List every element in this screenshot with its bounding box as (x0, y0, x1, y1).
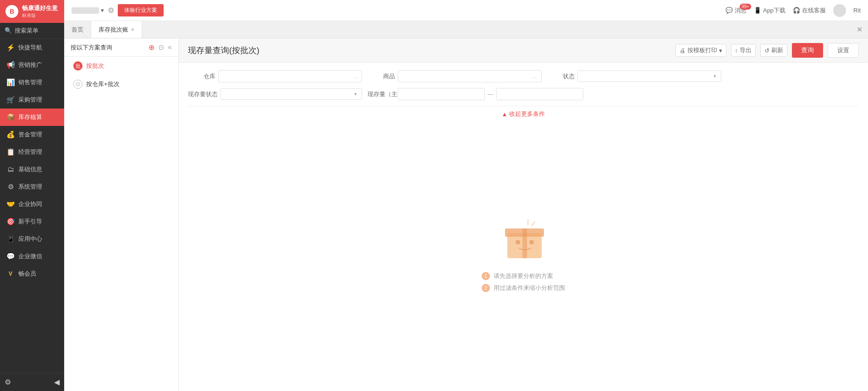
vip-icon: V (6, 270, 15, 278)
avatar[interactable] (833, 4, 846, 17)
system-icon: ⚙ (6, 183, 15, 191)
tab-panel-close-button[interactable]: ✕ (851, 21, 868, 38)
scheme-item-batch[interactable]: 批 按批次 (64, 57, 178, 75)
sidebar-item-inventory[interactable]: 📦 库存核算 (0, 109, 64, 126)
topbar-left: ▾ ⚙ 体验行业方案 (71, 4, 720, 16)
app-info: 畅康通好生意 标准版 (22, 5, 58, 18)
search-menu[interactable]: 🔍 搜索菜单 (0, 23, 64, 39)
product-input-wrapper: ... (398, 70, 542, 82)
search-icon: 🔍 (5, 27, 12, 34)
enterprise-wechat-icon: 💬 (6, 252, 15, 261)
stock-status-filter: 现存量状态 ▾ (188, 88, 362, 100)
message-icon: 💬 (725, 7, 733, 14)
sidebar-item-finance[interactable]: 💰 资金管理 (0, 126, 64, 143)
add-scheme-icon[interactable]: ⊕ (148, 43, 154, 52)
app-icon: 📱 (754, 7, 761, 14)
product-input[interactable] (398, 71, 527, 82)
warehouse-input[interactable] (219, 71, 347, 82)
settings-scheme-icon[interactable]: ⊙ (158, 43, 164, 52)
product-filter: 商品 ... (368, 70, 542, 82)
sidebar-footer: ⚙ ◀ (0, 373, 64, 391)
scheme-item-warehouse-batch[interactable]: 按仓库+批次 (64, 75, 178, 93)
basic-icon: 🗂 (6, 165, 15, 174)
trial-btn[interactable]: 体验行业方案 (118, 4, 164, 16)
settings-footer-icon[interactable]: ⚙ (5, 378, 11, 386)
sidebar-item-marketing[interactable]: 📢 营销推广 (0, 56, 64, 74)
sidebar: B 畅康通好生意 标准版 🔍 搜索菜单 ⚡ 快捷导航 📢 营销推广 📊 销售管理… (0, 0, 64, 391)
export-button[interactable]: ↑ 导出 (731, 44, 756, 57)
status-chevron-icon: ▾ (714, 73, 716, 79)
sidebar-item-quick-nav[interactable]: ⚡ 快捷导航 (0, 39, 64, 56)
svg-rect-2 (522, 228, 527, 258)
sidebar-item-sales[interactable]: 📊 销售管理 (0, 74, 64, 91)
service-icon: 🎧 (793, 7, 800, 14)
topbar-dropdown[interactable]: ▾ (71, 7, 104, 14)
page-header-actions: 🖨 按模板打印 ▾ ↑ 导出 ↺ 刷新 查询 设置 (676, 43, 859, 58)
sidebar-item-system[interactable]: ⚙ 系统管理 (0, 178, 64, 196)
filter-row-2: 现存量状态 ▾ 现存量（主） — (188, 88, 859, 100)
newbie-icon: 🎯 (6, 217, 15, 226)
stock-status-chevron-icon: ▾ (354, 91, 357, 97)
chevron-up-icon: ▲ (502, 111, 508, 118)
sidebar-header: B 畅康通好生意 标准版 (0, 0, 64, 23)
scheme-header-actions: ⊕ ⊙ « (148, 43, 172, 52)
sidebar-item-enterprise-wechat[interactable]: 💬 企业微信 (0, 248, 64, 265)
svg-point-3 (516, 240, 520, 244)
topbar: ▾ ⚙ 体验行业方案 💬 消息 99+ 📱 App下载 🎧 在线客服 Rit (64, 0, 868, 21)
stock-quantity-range: — (398, 88, 583, 100)
message-button[interactable]: 💬 消息 99+ (725, 6, 747, 15)
sidebar-item-vip[interactable]: V 畅会员 (0, 265, 64, 282)
enterprise-icon: 🤝 (6, 200, 15, 208)
marketing-icon: 📢 (6, 61, 15, 69)
tab-home[interactable]: 首页 (64, 21, 91, 38)
refresh-button[interactable]: ↺ 刷新 (760, 44, 787, 57)
print-button[interactable]: 🖨 按模板打印 ▾ (676, 44, 726, 57)
sales-icon: 📊 (6, 78, 15, 87)
batch-scheme-icon: 批 (73, 61, 82, 71)
empty-state: 1 请先选择要分析的方案 2 用过滤条件来缩小分析范围 (179, 122, 868, 391)
hint-2-num: 2 (482, 284, 490, 292)
username-label: Rit (853, 7, 861, 14)
collapse-panel-icon[interactable]: « (168, 43, 172, 52)
quick-nav-icon: ⚡ (6, 43, 15, 52)
empty-hint-1: 1 请先选择要分析的方案 (482, 272, 565, 280)
app-download-button[interactable]: 📱 App下载 (754, 6, 786, 15)
stock-quantity-min[interactable] (398, 88, 485, 100)
empty-hints: 1 请先选择要分析的方案 2 用过滤条件来缩小分析范围 (482, 272, 565, 296)
sidebar-item-newbie[interactable]: 🎯 新手引导 (0, 213, 64, 230)
chevron-down-icon: ▾ (719, 47, 722, 54)
hint-1-num: 1 (482, 272, 490, 280)
tabs-bar: 首页 库存批次账 × ✕ (64, 21, 868, 38)
sidebar-item-enterprise[interactable]: 🤝 企业协同 (0, 196, 64, 213)
topbar-gear-icon[interactable]: ⚙ (108, 6, 114, 15)
settings-button[interactable]: 设置 (828, 43, 859, 58)
export-icon: ↑ (735, 47, 738, 54)
page-content: 按以下方案查询 ⊕ ⊙ « 批 按批次 按仓库+批次 (64, 38, 868, 391)
sidebar-item-purchase[interactable]: 🛒 采购管理 (0, 91, 64, 109)
filter-area: 仓库 ... 商品 ... 状态 (179, 63, 868, 122)
stock-quantity-filter: 现存量（主） — (368, 88, 542, 100)
sidebar-item-app-center[interactable]: 📱 应用中心 (0, 230, 64, 248)
tab-close-icon[interactable]: × (131, 27, 134, 33)
svg-line-6 (532, 222, 535, 226)
chevron-down-icon: ▾ (101, 7, 104, 14)
refresh-icon: ↺ (764, 47, 769, 54)
operation-icon: 📋 (6, 148, 15, 156)
sidebar-item-basic[interactable]: 🗂 基础信息 (0, 161, 64, 178)
message-badge: 99+ (740, 4, 751, 10)
main-area: ▾ ⚙ 体验行业方案 💬 消息 99+ 📱 App下载 🎧 在线客服 Rit (64, 0, 868, 391)
stock-quantity-max[interactable] (496, 88, 583, 100)
stock-status-select[interactable]: ▾ (220, 88, 362, 100)
warehouse-dots-icon[interactable]: ... (349, 73, 362, 80)
finance-icon: 💰 (6, 130, 15, 139)
product-dots-icon[interactable]: ... (529, 73, 541, 80)
collapse-sidebar-icon[interactable]: ◀ (54, 378, 60, 386)
warehouse-input-wrapper: ... (218, 70, 362, 82)
online-service-button[interactable]: 🎧 在线客服 (793, 6, 826, 15)
status-select[interactable]: ▾ (577, 71, 721, 82)
tab-inventory-batch[interactable]: 库存批次账 × (91, 21, 142, 38)
page-header: 现存量查询(按批次) 🖨 按模板打印 ▾ ↑ 导出 ↺ 刷新 (179, 38, 868, 63)
query-button[interactable]: 查询 (792, 43, 823, 58)
sidebar-item-operation[interactable]: 📋 经营管理 (0, 143, 64, 161)
collapse-more-button[interactable]: ▲ 收起更多条件 (188, 106, 859, 122)
